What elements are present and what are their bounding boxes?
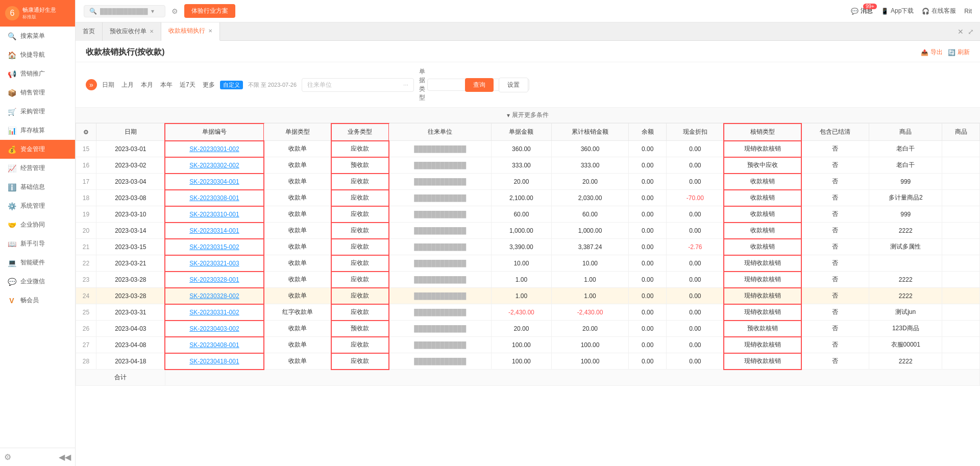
doc-no-link[interactable]: SK-20230304-001	[189, 178, 239, 185]
doc-no-link[interactable]: SK-20230408-001	[189, 341, 239, 349]
cell-amount: 100.00	[492, 353, 551, 370]
expand-button[interactable]: ▾ 展开更多条件	[507, 111, 549, 119]
filter-toggle-button[interactable]: »	[86, 79, 97, 90]
sidebar-item-hardware[interactable]: 💻 智能硬件	[0, 253, 75, 272]
date-last-month[interactable]: 上月	[119, 80, 136, 90]
col-verify-type[interactable]: 核销类型	[724, 124, 801, 141]
cell-product2	[942, 157, 980, 174]
sidebar-item-operations[interactable]: 📈 经营管理	[0, 159, 75, 178]
sidebar-item-finance[interactable]: 💰 资金管理	[0, 140, 75, 159]
col-product[interactable]: 商品	[869, 124, 942, 141]
tab-home[interactable]: 首页	[76, 22, 103, 41]
app-download-button[interactable]: 📱 App下载	[881, 7, 914, 15]
industry-btn[interactable]: 体验行业方案	[184, 4, 235, 18]
customer-filter[interactable]: 往来单位 ···	[302, 78, 414, 92]
col-doc-type[interactable]: 单据类型	[264, 124, 331, 141]
headset-icon: 🎧	[922, 8, 929, 15]
cell-product: 2222	[869, 288, 942, 304]
cell-discount: 0.00	[667, 321, 724, 337]
doc-no-link[interactable]: SK-20230302-002	[189, 162, 239, 169]
sidebar-item-label: 采购管理	[20, 107, 45, 116]
col-doc-no[interactable]: 单据编号	[165, 124, 264, 141]
tab-prepay[interactable]: 预收应收付单 ✕	[103, 22, 161, 41]
col-product2[interactable]: 商品	[942, 124, 980, 141]
sidebar-item-system[interactable]: ⚙️ 系统管理	[0, 197, 75, 215]
cell-verify-type: 现销收款核销	[724, 272, 801, 288]
sidebar-item-basics[interactable]: ℹ️ 基础信息	[0, 178, 75, 197]
sidebar-item-inventory[interactable]: 📊 库存核算	[0, 121, 75, 140]
doc-no-link[interactable]: SK-20230403-002	[189, 325, 239, 332]
doc-no-link[interactable]: SK-20230301-002	[189, 145, 239, 153]
cell-discount: 0.00	[667, 206, 724, 223]
cell-doc-type: 收款单	[264, 141, 331, 157]
doc-no-link[interactable]: SK-20230310-001	[189, 211, 239, 218]
tab-close-icon[interactable]: ✕	[150, 29, 154, 34]
gear-icon[interactable]: ⚙	[172, 7, 178, 15]
doc-no-link[interactable]: SK-20230328-002	[189, 292, 239, 300]
cell-amount: 20.00	[492, 321, 551, 337]
col-verified[interactable]: 累计核销金额	[551, 124, 629, 141]
date-7days[interactable]: 近7天	[178, 80, 198, 90]
cell-biz-type: 应收款	[331, 353, 389, 370]
sidebar-item-enterprise[interactable]: 🤝 企业协同	[0, 215, 75, 234]
page-actions: 📤 导出 🔄 刷新	[921, 48, 970, 57]
sidebar-item-guide[interactable]: 📖 新手引导	[0, 234, 75, 253]
cell-customer: ████████████	[389, 223, 492, 239]
sidebar-item-label: 经营管理	[20, 164, 45, 173]
doc-no-link[interactable]: SK-20230331-002	[189, 309, 239, 316]
col-biz-type[interactable]: 业务类型	[331, 124, 389, 141]
col-date[interactable]: 日期	[96, 124, 165, 141]
customer-placeholder: 往来单位	[307, 81, 332, 89]
date-more[interactable]: 更多	[201, 80, 217, 90]
topbar-search[interactable]: 🔍 ████████████ ▾	[84, 5, 165, 17]
sidebar-item-member[interactable]: V 畅会员	[0, 291, 75, 310]
sidebar-item-sales[interactable]: 📦 销售管理	[0, 83, 75, 102]
user-name[interactable]: Rit	[964, 8, 972, 15]
date-this-year[interactable]: 本年	[158, 80, 175, 90]
cell-doc-no: SK-20230314-001	[165, 223, 264, 239]
col-balance[interactable]: 余额	[629, 124, 667, 141]
tab-collection[interactable]: 收款核销执行 ✕	[161, 22, 220, 41]
date-custom-btn[interactable]: 自定义	[220, 81, 243, 89]
col-amount[interactable]: 单据金额	[492, 124, 551, 141]
sidebar-item-quicknav[interactable]: 🏠 快捷导航	[0, 45, 75, 64]
doc-no-link[interactable]: SK-20230315-002	[189, 243, 239, 251]
close-window-icon[interactable]: ✕	[958, 28, 964, 36]
doc-no-link[interactable]: SK-20230321-003	[189, 260, 239, 267]
sidebar-logo-badge: 标推版	[22, 14, 56, 20]
export-button[interactable]: 📤 导出	[921, 48, 943, 57]
message-button[interactable]: 💬 消息 99+	[851, 7, 873, 15]
cell-row-num: 25	[76, 304, 96, 321]
query-button[interactable]: 查询	[465, 78, 494, 92]
refresh-button[interactable]: 🔄 刷新	[948, 48, 970, 57]
cell-doc-type: 收款单	[264, 288, 331, 304]
sidebar-item-marketing[interactable]: 📢 营销推广	[0, 64, 75, 83]
cell-total-label: 合计	[76, 370, 165, 386]
table-row: 19 2023-03-10 SK-20230310-001 收款单 应收款 ██…	[76, 206, 980, 223]
doc-no-link[interactable]: SK-20230308-001	[189, 194, 239, 202]
maximize-window-icon[interactable]: ⤢	[968, 28, 974, 36]
sidebar-item-search[interactable]: 🔍 搜索菜单	[0, 27, 75, 45]
date-this-month[interactable]: 本月	[139, 80, 155, 90]
cell-verify-type: 现销收款核销	[724, 141, 801, 157]
sidebar-item-weixin[interactable]: 💬 企业微信	[0, 272, 75, 291]
doc-no-link[interactable]: SK-20230314-001	[189, 227, 239, 234]
sidebar-item-purchase[interactable]: 🛒 采购管理	[0, 102, 75, 121]
cell-product2	[942, 206, 980, 223]
col-discount[interactable]: 现金折扣	[667, 124, 724, 141]
sidebar-item-label: 畅会员	[20, 296, 39, 305]
filter-settings-button[interactable]: 设置	[499, 78, 528, 92]
cell-date: 2023-03-31	[96, 304, 165, 321]
service-button[interactable]: 🎧 在线客服	[922, 7, 956, 15]
doc-no-link[interactable]: SK-20230328-001	[189, 276, 239, 283]
col-settings[interactable]: ⚙	[76, 124, 96, 141]
col-customer[interactable]: 往来单位	[389, 124, 492, 141]
table-container: ⚙ 日期 单据编号 单据类型 业务类型 往来单位 单据金额 累计核销金额 余额 …	[76, 123, 980, 466]
cell-customer: ████████████	[389, 304, 492, 321]
tab-close-icon[interactable]: ✕	[208, 28, 212, 34]
settings-icon[interactable]: ⚙	[4, 452, 11, 462]
sidebar-item-label: 系统管理	[20, 202, 45, 210]
doc-no-link[interactable]: SK-20230418-001	[189, 358, 239, 365]
collapse-icon[interactable]: ◀◀	[59, 452, 71, 462]
col-include-settled[interactable]: 包含已结清	[801, 124, 869, 141]
